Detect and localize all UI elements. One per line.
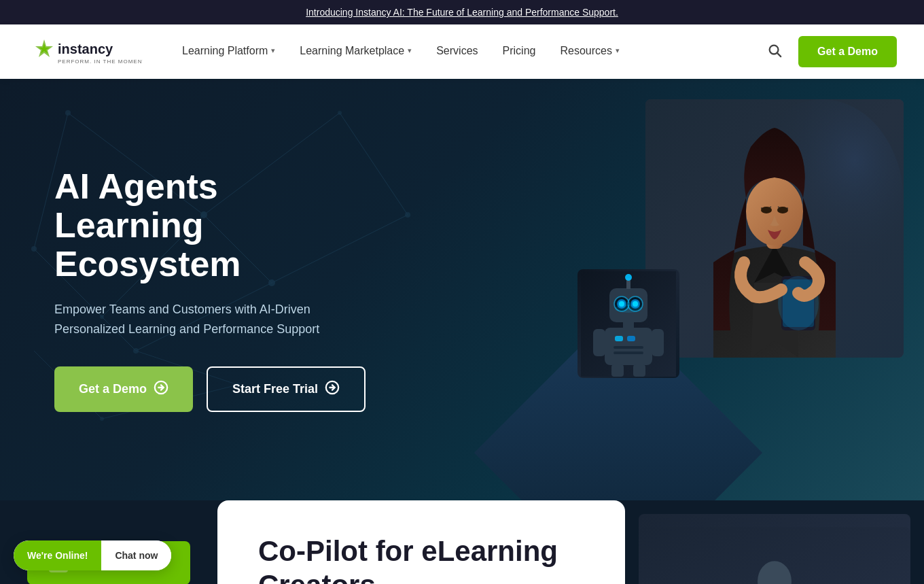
chevron-down-icon: ▾ <box>271 46 275 55</box>
svg-line-5 <box>777 53 781 56</box>
nav-resources[interactable]: Resources ▾ <box>548 24 631 79</box>
hero-get-demo-button[interactable]: Get a Demo <box>54 366 193 412</box>
svg-text:PERFORM. IN THE MOMENT: PERFORM. IN THE MOMENT <box>58 58 143 65</box>
svg-rect-54 <box>623 322 634 328</box>
chat-bar: We're Online! Chat now <box>14 540 171 570</box>
hero-buttons: Get a Demo Start Free Trial <box>54 366 367 412</box>
hero-title: AI Agents Learning Ecosystem <box>54 167 367 284</box>
svg-text:instancy: instancy <box>58 41 113 56</box>
svg-point-37 <box>761 207 772 213</box>
svg-rect-58 <box>614 346 643 349</box>
search-button[interactable] <box>762 37 787 67</box>
nav-learning-platform[interactable]: Learning Platform ▾ <box>170 24 287 79</box>
chevron-down-icon: ▾ <box>408 46 412 55</box>
hero-image-area <box>632 99 924 385</box>
svg-rect-62 <box>611 364 624 377</box>
hero-subtitle: Empower Teams and Customers with AI-Driv… <box>54 300 367 339</box>
nav-right: Get a Demo <box>762 36 897 67</box>
logo[interactable]: instancy PERFORM. IN THE MOMENT <box>27 35 143 69</box>
robot-image <box>578 269 679 378</box>
hero-section: AI Agents Learning Ecosystem Empower Tea… <box>0 79 924 500</box>
chat-widget: We're Online! Chat now <box>14 540 171 570</box>
bottom-section-image <box>639 514 910 584</box>
chevron-down-icon: ▾ <box>616 46 620 55</box>
svg-point-64 <box>615 305 642 313</box>
svg-rect-61 <box>652 329 664 356</box>
chat-now-button[interactable]: Chat now <box>101 540 171 570</box>
hero-content: AI Agents Learning Ecosystem Empower Tea… <box>0 113 421 466</box>
start-free-trial-button[interactable]: Start Free Trial <box>207 366 366 412</box>
nav-services[interactable]: Services <box>424 24 490 79</box>
nav-learning-marketplace[interactable]: Learning Marketplace ▾ <box>287 24 424 79</box>
svg-rect-57 <box>627 336 635 341</box>
arrow-right-icon <box>325 380 340 398</box>
svg-point-38 <box>777 207 788 213</box>
svg-rect-59 <box>614 351 643 354</box>
arrow-right-icon <box>154 380 168 398</box>
chat-online-status: We're Online! <box>14 540 101 570</box>
svg-rect-56 <box>615 336 623 341</box>
copilot-title: Co-Pilot for eLearning Creators <box>258 534 584 584</box>
banner-link[interactable]: Introducing Instancy AI: The Future of L… <box>306 7 618 18</box>
svg-rect-60 <box>593 329 605 356</box>
search-icon <box>767 47 782 61</box>
bottom-right: Co-Pilot for eLearning Creators Harness … <box>217 500 625 584</box>
navbar-get-demo-button[interactable]: Get a Demo <box>798 36 897 67</box>
navbar: instancy PERFORM. IN THE MOMENT Learning… <box>0 24 924 79</box>
hero-main-image <box>645 99 904 358</box>
top-banner: Introducing Instancy AI: The Future of L… <box>0 0 924 24</box>
svg-rect-63 <box>633 364 645 377</box>
nav-pricing[interactable]: Pricing <box>491 24 548 79</box>
svg-point-53 <box>625 274 632 281</box>
nav-links: Learning Platform ▾ Learning Marketplace… <box>170 24 762 79</box>
